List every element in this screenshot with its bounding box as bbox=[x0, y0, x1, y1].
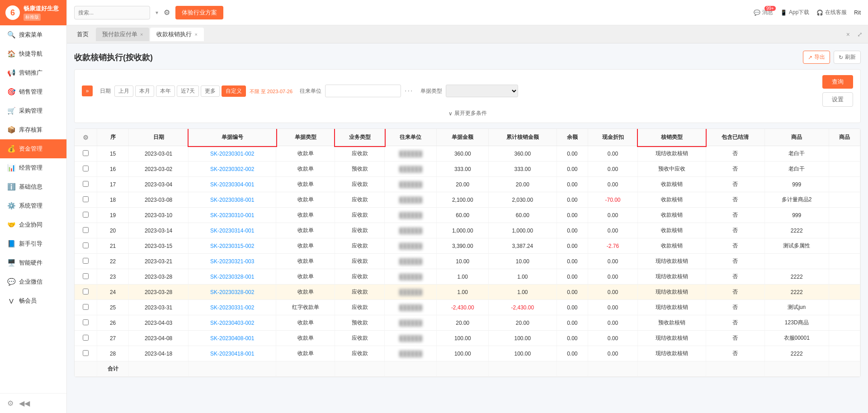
sidebar-item-finance[interactable]: 💰资金管理 bbox=[0, 139, 66, 158]
filter-partner-input[interactable] bbox=[325, 85, 401, 97]
link-bill_no[interactable]: SK-20230328-001 bbox=[210, 274, 254, 280]
link-bill_no[interactable]: SK-20230308-001 bbox=[210, 197, 254, 203]
sidebar-item-wechat[interactable]: 💬企业微信 bbox=[0, 272, 66, 291]
link-bill_no[interactable]: SK-20230418-001 bbox=[210, 351, 254, 357]
cell-goods bbox=[764, 254, 829, 269]
cell-bill_amount: 333.00 bbox=[437, 161, 489, 177]
filter-voucher-select[interactable] bbox=[446, 85, 518, 97]
topbar-app[interactable]: 📱 App下载 bbox=[780, 9, 809, 16]
filter-date-btn-本年[interactable]: 本年 bbox=[156, 85, 175, 97]
sidebar-item-guide[interactable]: 📘新手引导 bbox=[0, 234, 66, 253]
settings-icon[interactable]: ⚙ bbox=[7, 399, 14, 408]
filter-date-btn-上月[interactable]: 上月 bbox=[114, 85, 133, 97]
row-checkbox[interactable] bbox=[83, 258, 89, 264]
cell-no: 21 bbox=[97, 238, 128, 254]
row-checkbox[interactable] bbox=[83, 242, 89, 248]
cell-cumulative_amount: 3,387.24 bbox=[489, 238, 557, 254]
expand-more-btn[interactable]: ∨ 展开更多条件 bbox=[448, 109, 487, 117]
sidebar-item-enterprise[interactable]: 🤝企业协同 bbox=[0, 215, 66, 234]
row-checkbox[interactable] bbox=[83, 319, 89, 325]
sidebar-item-system[interactable]: ⚙️系统管理 bbox=[0, 196, 66, 215]
topbar-service[interactable]: 🎧 在线客服 bbox=[816, 9, 847, 16]
link-bill_no[interactable]: SK-20230328-002 bbox=[210, 289, 254, 295]
link-bill_no[interactable]: SK-20230321-003 bbox=[210, 258, 254, 265]
cell-cash_discount: 0.00 bbox=[588, 346, 638, 361]
sidebar-icon-purchase: 🛒 bbox=[7, 107, 15, 115]
row-checkbox[interactable] bbox=[83, 289, 89, 294]
sidebar-bottom: ⚙ ◀◀ bbox=[0, 393, 66, 413]
col-settings-icon[interactable]: ⚙ bbox=[83, 134, 89, 141]
row-checkbox[interactable] bbox=[83, 227, 89, 233]
sidebar-item-member[interactable]: V畅会员 bbox=[0, 291, 66, 310]
tab-cancel-exec-close[interactable]: × bbox=[194, 32, 197, 37]
link-bill_no[interactable]: SK-20230403-002 bbox=[210, 320, 254, 326]
topbar-message[interactable]: 💬 消息 99+ bbox=[754, 9, 773, 16]
refresh-btn[interactable]: ↻ 刷新 bbox=[834, 51, 861, 64]
sidebar-item-search-menu[interactable]: 🔍搜索菜单 bbox=[0, 25, 66, 44]
cell-biz_type: 应收款 bbox=[335, 285, 385, 300]
cell-goods: 衣服00001 bbox=[764, 331, 829, 346]
link-bill_no[interactable]: SK-20230302-002 bbox=[210, 166, 254, 172]
filter-date-btn-本月[interactable]: 本月 bbox=[135, 85, 154, 97]
topbar-dropdown-arrow[interactable]: ▾ bbox=[156, 9, 158, 16]
row-checkbox[interactable] bbox=[83, 335, 89, 341]
footer-cell-11 bbox=[638, 361, 706, 377]
row-checkbox[interactable] bbox=[83, 212, 89, 218]
tab-prepay[interactable]: 预付款应付单 × bbox=[96, 28, 149, 41]
export-btn[interactable]: ↗ 导出 bbox=[803, 51, 830, 64]
tab-expand-action[interactable]: ⤢ bbox=[855, 29, 864, 40]
table-row: 252023-03-31SK-20230331-002红字收款单应收款█████… bbox=[75, 300, 860, 315]
filter-date-btn-custom[interactable]: 自定义 bbox=[222, 85, 246, 97]
col-header-bill_no: 单据编号 bbox=[189, 129, 276, 146]
link-bill_no[interactable]: SK-20230408-001 bbox=[210, 335, 254, 342]
row-checkbox[interactable] bbox=[83, 196, 89, 202]
cell-date: 2023-03-28 bbox=[128, 285, 189, 300]
sidebar-item-operation[interactable]: 📊经营管理 bbox=[0, 158, 66, 177]
filter-date-btn-近7天[interactable]: 近7天 bbox=[177, 85, 199, 97]
row-checkbox[interactable] bbox=[83, 273, 89, 279]
query-btn[interactable]: 查询 bbox=[822, 75, 853, 89]
link-bill_no[interactable]: SK-20230314-001 bbox=[210, 228, 254, 234]
collapse-icon[interactable]: ◀◀ bbox=[19, 399, 30, 408]
link-bill_no[interactable]: SK-20230301-002 bbox=[210, 151, 254, 157]
row-checkbox[interactable] bbox=[83, 181, 89, 187]
row-checkbox[interactable] bbox=[83, 304, 89, 310]
expand-more-label: 展开更多条件 bbox=[454, 109, 487, 117]
sidebar-icon-hardware: 🖥️ bbox=[7, 259, 15, 267]
sidebar-item-quick-nav[interactable]: 🏠快捷导航 bbox=[0, 44, 66, 63]
tab-home[interactable]: 首页 bbox=[71, 28, 95, 41]
table-row: 272023-04-08SK-20230408-001收款单应收款██████1… bbox=[75, 331, 860, 346]
sidebar-item-basic[interactable]: ℹ️基础信息 bbox=[0, 177, 66, 196]
row-checkbox[interactable] bbox=[83, 150, 89, 156]
sidebar-item-hardware[interactable]: 🖥️智能硬件 bbox=[0, 253, 66, 272]
row-checkbox[interactable] bbox=[83, 350, 89, 356]
tab-close-action[interactable]: × bbox=[844, 29, 852, 40]
tab-prepay-close[interactable]: × bbox=[140, 32, 143, 37]
cell-partner: ██████ bbox=[385, 285, 437, 300]
tab-cancel-exec[interactable]: 收款核销执行 × bbox=[150, 28, 203, 41]
table-row: 202023-03-14SK-20230314-001收款单应收款██████1… bbox=[75, 223, 860, 238]
filter-expand-btn[interactable]: » bbox=[82, 85, 93, 96]
sidebar-item-marketing[interactable]: 📢营销推广 bbox=[0, 63, 66, 82]
industry-btn[interactable]: 体验行业方案 bbox=[175, 6, 223, 19]
topbar-search-input[interactable] bbox=[74, 6, 150, 19]
refresh-icon: ↻ bbox=[839, 54, 843, 61]
sidebar-item-inventory[interactable]: 📦库存核算 bbox=[0, 120, 66, 139]
link-bill_no[interactable]: SK-20230315-002 bbox=[210, 243, 254, 249]
cell-bill_amount: 1.00 bbox=[437, 269, 489, 285]
row-checkbox[interactable] bbox=[83, 166, 89, 171]
link-bill_no[interactable]: SK-20230310-001 bbox=[210, 212, 254, 218]
filter-date-btn-更多[interactable]: 更多 bbox=[201, 85, 220, 97]
cell-biz_type: 应收款 bbox=[335, 238, 385, 254]
sidebar-item-purchase[interactable]: 🛒采购管理 bbox=[0, 101, 66, 120]
setting-btn[interactable]: 设置 bbox=[822, 92, 853, 107]
tab-cancel-exec-label: 收款核销执行 bbox=[156, 30, 192, 38]
link-bill_no[interactable]: SK-20230304-001 bbox=[210, 181, 254, 188]
topbar-gear-icon[interactable]: ⚙ bbox=[164, 8, 170, 17]
cell-no: 16 bbox=[97, 161, 128, 177]
cell-partner: ██████ bbox=[385, 223, 437, 238]
cell-balance: 0.00 bbox=[557, 223, 588, 238]
link-bill_no[interactable]: SK-20230331-002 bbox=[210, 304, 254, 311]
sidebar-item-sales[interactable]: 🎯销售管理 bbox=[0, 82, 66, 101]
sidebar-label-operation: 经营管理 bbox=[19, 164, 42, 172]
